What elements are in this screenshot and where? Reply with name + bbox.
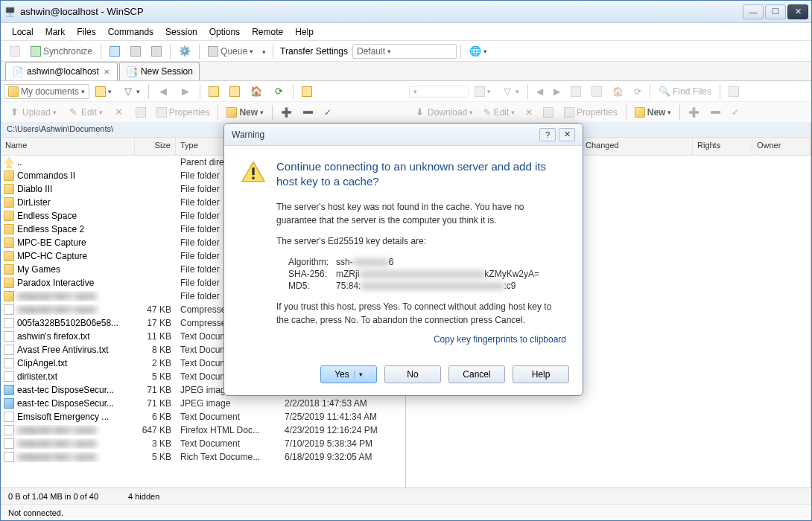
copy-fingerprints-link[interactable]: Copy key fingerprints to clipboard <box>276 334 566 345</box>
svg-rect-0 <box>252 167 254 175</box>
cancel-button[interactable]: Cancel <box>448 365 505 383</box>
algorithm-label: Algorithm: <box>288 257 334 267</box>
warning-icon <box>241 161 266 183</box>
dialog-title: Warning <box>232 130 264 140</box>
md5-label: MD5: <box>288 281 334 291</box>
dialog-p3: If you trust this host, press Yes. To co… <box>276 300 566 327</box>
dialog-p2: The server's Ed25519 key details are: <box>276 234 566 248</box>
dialog-close-button[interactable]: ✕ <box>559 128 575 141</box>
dialog-heading: Continue connecting to an unknown server… <box>276 159 566 190</box>
yes-button[interactable]: Yes <box>320 365 377 383</box>
dialog-overlay: Warning ? ✕ Continue connecting to an un… <box>0 0 812 521</box>
dialog-buttons: Yes No Cancel Help <box>224 359 583 395</box>
dialog-body: Continue connecting to an unknown server… <box>224 146 583 359</box>
svg-rect-1 <box>252 177 254 179</box>
key-details-table: Algorithm:ssh-xxxxxxxx6 SHA-256:mZRjixxx… <box>287 255 541 293</box>
warning-dialog: Warning ? ✕ Continue connecting to an un… <box>223 123 583 396</box>
dialog-content: Continue connecting to an unknown server… <box>276 159 566 354</box>
help-button[interactable]: Help <box>513 365 569 383</box>
dialog-help-button[interactable]: ? <box>539 128 556 141</box>
dialog-p1: The server's host key was not found in t… <box>276 200 566 227</box>
no-button[interactable]: No <box>384 365 441 383</box>
dialog-titlebar: Warning ? ✕ <box>224 124 583 146</box>
sha256-label: SHA-256: <box>288 269 334 279</box>
